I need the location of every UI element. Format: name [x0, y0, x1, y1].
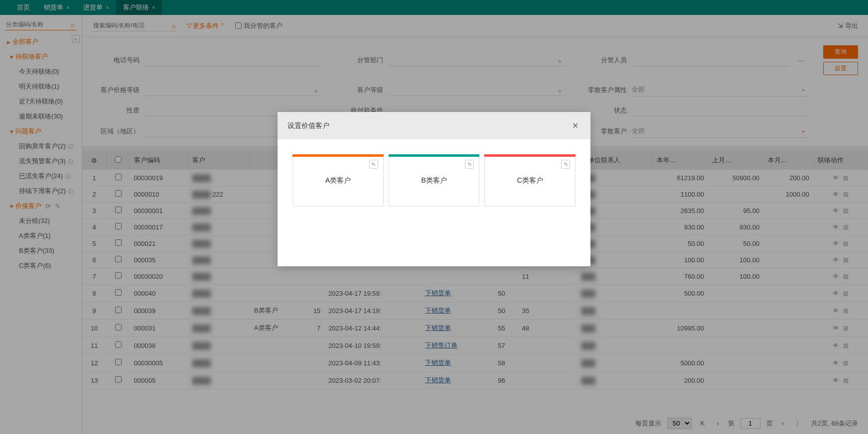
- value-customer-modal: 设置价值客户 ✕ ✎ A类客户 ✎ B类客户 ✎ C类客户: [278, 112, 590, 266]
- close-icon[interactable]: ✕: [570, 119, 580, 132]
- value-card-c[interactable]: ✎ C类客户: [484, 154, 576, 207]
- card-label: C类客户: [517, 176, 543, 185]
- edit-icon[interactable]: ✎: [369, 160, 378, 169]
- edit-icon[interactable]: ✎: [465, 160, 474, 169]
- modal-title: 设置价值客户: [288, 121, 329, 130]
- card-label: B类客户: [421, 176, 446, 185]
- card-label: A类客户: [325, 176, 351, 185]
- edit-icon[interactable]: ✎: [561, 160, 570, 169]
- modal-overlay[interactable]: 设置价值客户 ✕ ✎ A类客户 ✎ B类客户 ✎ C类客户: [0, 0, 868, 434]
- value-card-a[interactable]: ✎ A类客户: [292, 154, 384, 207]
- value-card-b[interactable]: ✎ B类客户: [389, 154, 480, 207]
